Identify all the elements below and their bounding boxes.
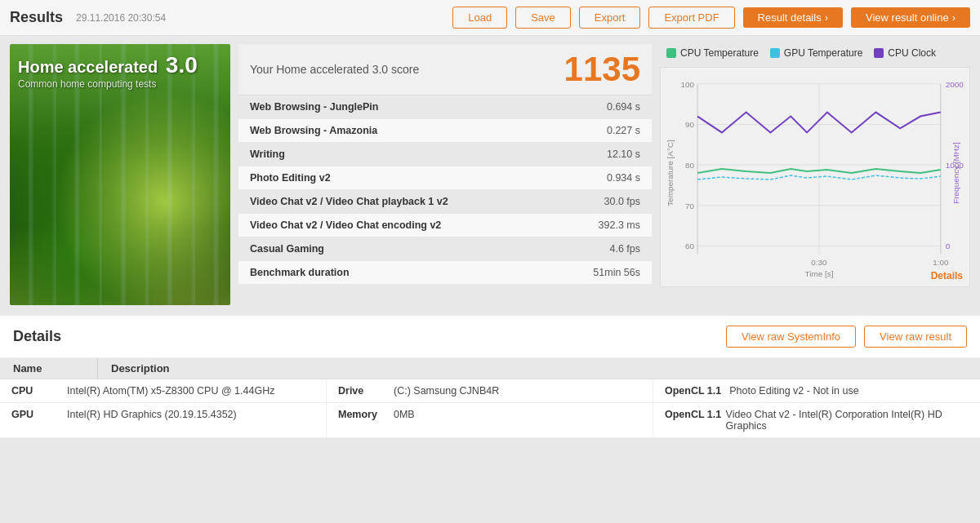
benchmark-image: Home accelerated 3.0 Common home computi…: [10, 44, 230, 305]
opencl-label: OpenCL 1.1: [665, 385, 721, 397]
view-online-button[interactable]: View result online ›: [851, 7, 970, 28]
score-bar: Your Home accelerated 3.0 score 1135: [238, 44, 652, 95]
page-title: Results: [10, 9, 63, 26]
gpu-temp-dot: [770, 48, 780, 58]
svg-text:70: 70: [685, 202, 695, 211]
opencl-label: OpenCL 1.1: [665, 409, 718, 420]
result-value: 12.10 s: [552, 143, 652, 166]
result-name: Video Chat v2 / Video Chat encoding v2: [238, 214, 552, 237]
export-pdf-button[interactable]: Export PDF: [648, 7, 734, 29]
svg-text:Temperature [A°C]: Temperature [A°C]: [666, 140, 675, 206]
chart-svg: 100 90 80 70 60 2000 1000 0 Temperature …: [661, 68, 969, 286]
view-raw-systeminfo-button[interactable]: View raw SystemInfo: [726, 326, 856, 348]
svg-text:Frequency [MHz]: Frequency [MHz]: [951, 142, 960, 204]
result-value: 30.0 fps: [552, 190, 652, 214]
cpu-clock-label: CPU Clock: [888, 47, 936, 59]
drive-cell: Memory 0MB: [327, 403, 653, 437]
drive-label: Memory: [338, 409, 385, 420]
table-row: Writing12.10 s: [238, 143, 652, 166]
drive-value: (C:) Samsung CJNB4R: [394, 385, 499, 397]
result-value: 392.3 ms: [552, 214, 652, 237]
opencl-value: Photo Editing v2 - Not in use: [729, 385, 858, 397]
cpu-value: Intel(R) HD Graphics (20.19.15.4352): [67, 409, 237, 420]
legend-cpu-clock: CPU Clock: [874, 47, 936, 59]
table-row: Benchmark duration51min 56s: [238, 261, 652, 285]
drive-label: Drive: [338, 385, 385, 397]
svg-text:100: 100: [681, 80, 695, 89]
view-raw-result-button[interactable]: View raw result: [864, 326, 967, 348]
score-label: Your Home accelerated 3.0 score: [250, 63, 419, 76]
col-desc-header: Description: [98, 358, 980, 379]
result-value: 4.6 fps: [552, 237, 652, 261]
opencl-cell: OpenCL 1.1 Video Chat v2 - Intel(R) Corp…: [653, 403, 980, 437]
result-value: 0.227 s: [552, 119, 652, 143]
chart-legend: CPU Temperature GPU Temperature CPU Cloc…: [660, 44, 970, 62]
cpu-value: Intel(R) Atom(TM) x5-Z8300 CPU @ 1.44GHz: [67, 385, 274, 397]
details-col-headers: Name Description: [0, 358, 980, 379]
details-header: Details View raw SystemInfo View raw res…: [0, 316, 980, 358]
svg-text:90: 90: [685, 120, 695, 129]
details-title: Details: [13, 328, 61, 345]
benchmark-label: Home accelerated 3.0 Common home computi…: [18, 52, 198, 90]
load-button[interactable]: Load: [452, 7, 507, 29]
table-row: Video Chat v2 / Video Chat playback 1 v2…: [238, 190, 652, 214]
export-button[interactable]: Export: [579, 7, 641, 29]
table-row: Video Chat v2 / Video Chat encoding v239…: [238, 214, 652, 237]
result-value: 0.934 s: [552, 166, 652, 190]
cpu-temp-dot: [666, 48, 676, 58]
drive-cell: Drive (C:) Samsung CJNB4R: [327, 379, 653, 402]
svg-text:0:30: 0:30: [811, 258, 827, 267]
table-row: Web Browsing - JunglePin0.694 s: [238, 95, 652, 119]
benchmark-name: Home accelerated: [18, 58, 158, 76]
result-name: Photo Editing v2: [238, 166, 552, 190]
results-table: Web Browsing - JunglePin0.694 sWeb Brows…: [238, 95, 652, 285]
result-name: Web Browsing - Amazonia: [238, 119, 552, 143]
drive-value: 0MB: [394, 409, 415, 420]
results-panel: Your Home accelerated 3.0 score 1135 Web…: [238, 44, 652, 305]
svg-text:Time [s]: Time [s]: [805, 269, 834, 278]
result-value: 0.694 s: [552, 95, 652, 119]
result-value: 51min 56s: [552, 261, 652, 285]
result-name: Video Chat v2 / Video Chat playback 1 v2: [238, 190, 552, 214]
save-button[interactable]: Save: [515, 7, 571, 29]
svg-text:80: 80: [685, 161, 695, 170]
col-name-header: Name: [0, 358, 98, 379]
svg-text:2000: 2000: [946, 80, 964, 89]
opencl-cell: OpenCL 1.1 Photo Editing v2 - Not in use: [653, 379, 980, 402]
details-section: Details View raw SystemInfo View raw res…: [0, 313, 980, 438]
svg-text:1:00: 1:00: [933, 258, 949, 267]
details-header-actions: View raw SystemInfo View raw result: [726, 326, 967, 348]
details-rows: CPU Intel(R) Atom(TM) x5-Z8300 CPU @ 1.4…: [0, 379, 980, 438]
chart-panel: CPU Temperature GPU Temperature CPU Cloc…: [660, 44, 970, 305]
details-data-row: CPU Intel(R) Atom(TM) x5-Z8300 CPU @ 1.4…: [0, 379, 980, 403]
cpu-clock-dot: [874, 48, 884, 58]
gpu-temp-label: GPU Temperature: [784, 47, 863, 59]
cpu-label: CPU: [11, 385, 59, 397]
chart-container: 100 90 80 70 60 2000 1000 0 Temperature …: [660, 67, 970, 287]
opencl-value: Video Chat v2 - Intel(R) Corporation Int…: [726, 409, 969, 432]
score-value: 1135: [564, 52, 640, 86]
result-name: Web Browsing - JunglePin: [238, 95, 552, 119]
details-data-row: GPU Intel(R) HD Graphics (20.19.15.4352)…: [0, 403, 980, 438]
svg-text:0: 0: [946, 242, 951, 250]
benchmark-version: 3.0: [166, 52, 198, 78]
svg-text:60: 60: [685, 242, 695, 250]
result-name: Writing: [238, 143, 552, 166]
table-row: Photo Editing v20.934 s: [238, 166, 652, 190]
result-name: Casual Gaming: [238, 237, 552, 261]
table-row: Casual Gaming4.6 fps: [238, 237, 652, 261]
cpu-temp-label: CPU Temperature: [680, 47, 759, 59]
table-row: Web Browsing - Amazonia0.227 s: [238, 119, 652, 143]
result-details-button[interactable]: Result details ›: [743, 7, 843, 28]
result-name: Benchmark duration: [238, 261, 552, 285]
legend-cpu-temp: CPU Temperature: [666, 47, 759, 59]
main-content: Home accelerated 3.0 Common home computi…: [0, 36, 980, 313]
legend-gpu-temp: GPU Temperature: [770, 47, 863, 59]
cpu-cell: GPU Intel(R) HD Graphics (20.19.15.4352): [0, 403, 327, 437]
benchmark-subtitle: Common home computing tests: [18, 78, 198, 90]
results-date: 29.11.2016 20:30:54: [76, 12, 166, 24]
chart-details-link[interactable]: Details: [931, 270, 963, 281]
header-bar: Results 29.11.2016 20:30:54 Load Save Ex…: [0, 0, 980, 36]
cpu-cell: CPU Intel(R) Atom(TM) x5-Z8300 CPU @ 1.4…: [0, 379, 327, 402]
cpu-label: GPU: [11, 409, 59, 420]
